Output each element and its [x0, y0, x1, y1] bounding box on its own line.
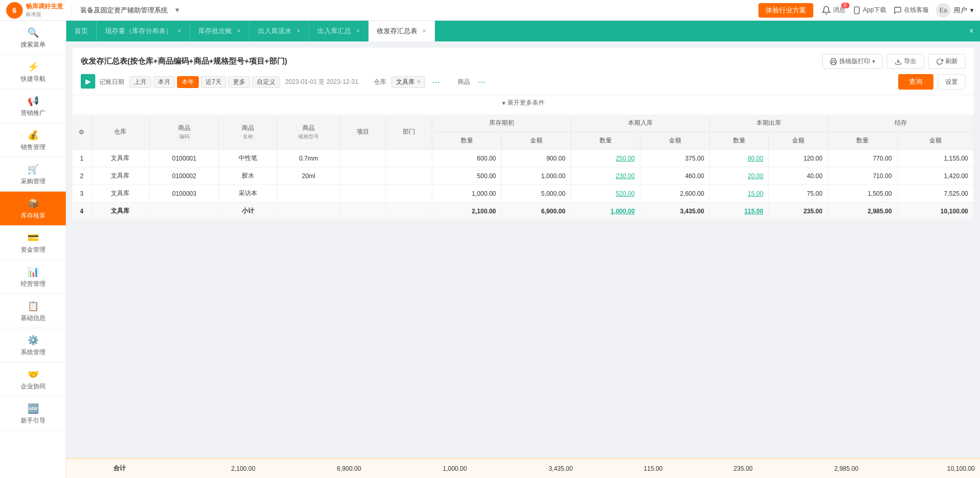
sales-icon: 💰 [27, 129, 39, 141]
basic-info-icon: 📋 [27, 300, 39, 312]
tab-close-summary-inout[interactable]: × [356, 27, 360, 35]
date-filter-label: 记账日期 [99, 78, 124, 86]
th-bal-qty: 数量 [828, 132, 897, 150]
inventory-icon: 📦 [27, 198, 39, 209]
sidebar-item-sales[interactable]: 💰 销售管理 [0, 123, 66, 157]
settings-btn[interactable]: 设置 [938, 74, 966, 90]
settings-gear-icon[interactable]: ⚙ [79, 128, 84, 136]
user-label: 用户 [954, 6, 967, 15]
sidebar-item-search[interactable]: 🔍 搜索菜单 [0, 21, 66, 55]
experience-btn[interactable]: 体验行业方案 [758, 3, 813, 18]
export-label: 导出 [904, 57, 916, 66]
enterprise-icon: 🤝 [27, 369, 39, 380]
user-avatar: Ea [936, 3, 950, 18]
main-card: 收发存汇总表(按仓库+商品编码+商品+规格型号+项目+部门) 拣镜版打印 ▾ 导… [72, 48, 974, 220]
sidebar-item-purchase[interactable]: 🛒 采购管理 [0, 157, 66, 192]
th-group-in: 本期入库 [571, 114, 710, 132]
export-btn[interactable]: 导出 [887, 54, 924, 69]
sidebar-item-inventory[interactable]: 📦 库存核算 [0, 192, 66, 226]
th-spec: 商品规格型号 [277, 114, 340, 150]
sidebar-item-basic-info[interactable]: 📋 基础信息 [0, 294, 66, 328]
date-curr-month[interactable]: 本月 [153, 76, 175, 88]
date-range-display: 2023-01-01 至 2023-12-31 [285, 78, 358, 86]
app-subtitle: 标准版 [26, 11, 63, 18]
date-prev-month[interactable]: 上月 [129, 76, 151, 88]
expand-conditions-btn[interactable]: ▾ 展开更多条件 [502, 98, 545, 107]
tab-home[interactable]: 首页 [66, 21, 97, 41]
th-bal-amt: 金额 [897, 132, 973, 150]
tab-recv-send[interactable]: 收发存汇总表 × [369, 21, 435, 41]
tab-batch[interactable]: 库存批次账 × [190, 21, 250, 41]
table-row: 2文具库0100002胶水20ml500.001,000.00230.00460… [72, 167, 974, 185]
finance-icon: 💳 [27, 232, 39, 243]
th-out-amt: 金额 [769, 132, 828, 150]
app-download-btn[interactable]: App下载 [853, 6, 886, 15]
footer-open-amt: 6,900.00 [260, 462, 366, 475]
footer-bal-amt: 10,100.00 [864, 462, 980, 475]
purchase-icon: 🛒 [27, 164, 39, 175]
print-btn[interactable]: 拣镜版打印 ▾ [822, 54, 883, 69]
page-title: 收发存汇总表(按仓库+商品编码+商品+规格型号+项目+部门) [81, 56, 287, 66]
tab-close-batch[interactable]: × [237, 27, 241, 35]
tab-close-recv-send[interactable]: × [422, 27, 426, 35]
warehouse-filter-tag[interactable]: 文具库 × [391, 76, 425, 88]
svg-rect-0 [854, 7, 859, 13]
sidebar-item-marketing[interactable]: 📢 营销推广 [0, 89, 66, 123]
app-logo-icon: 6 [6, 2, 23, 19]
sidebar-item-quick-nav[interactable]: ⚡ 快捷导航 [0, 55, 66, 89]
page-content: 收发存汇总表(按仓库+商品编码+商品+规格型号+项目+部门) 拣镜版打印 ▾ 导… [66, 41, 980, 458]
sidebar-item-enterprise[interactable]: 🤝 企业协同 [0, 363, 66, 397]
footer-out-amt: 235.00 [668, 462, 758, 475]
date-custom[interactable]: 自定义 [252, 76, 280, 88]
sidebar-item-finance[interactable]: 💳 资金管理 [0, 226, 66, 260]
tab-close-flow[interactable]: × [297, 27, 300, 35]
warehouse-dots-btn[interactable]: ··· [430, 77, 442, 88]
tab-stock-dist[interactable]: 现存量（库存分布表） × [97, 21, 190, 41]
th-open-qty: 数量 [432, 132, 502, 150]
data-table-wrapper: ⚙ 仓库 商品编码 商品名称 商品规格型号 项目 部门 库存期初 本期入库 [72, 114, 974, 220]
tab-close-all-btn[interactable]: × [963, 26, 980, 36]
tab-flow[interactable]: 出入库流水 × [250, 21, 309, 41]
sidebar-item-guide[interactable]: 🆕 新手引导 [0, 397, 66, 431]
th-dept: 部门 [386, 114, 432, 150]
footer-bal-qty: 2,985.00 [758, 462, 864, 475]
operation-icon: 📊 [27, 266, 39, 278]
guide-icon: 🆕 [27, 403, 39, 414]
th-code: 商品编码 [150, 114, 219, 150]
th-in-amt: 金额 [640, 132, 710, 150]
date-curr-year[interactable]: 本年 [177, 76, 199, 88]
table-row: 1文具库0100001中性笔0.7mm600.00900.00250.00375… [72, 150, 974, 167]
warehouse-remove-btn[interactable]: × [417, 78, 420, 85]
tab-summary-inout[interactable]: 出入库汇总 × [309, 21, 369, 41]
sidebar-item-operation[interactable]: 📊 经营管理 [0, 260, 66, 294]
notifications-btn[interactable]: 消息 6 [822, 6, 845, 15]
query-btn[interactable]: 查询 [898, 74, 933, 90]
totals-bar: 合计 2,100.00 6,900.00 1,000.00 3,435.00 1… [66, 458, 980, 478]
date-more[interactable]: 更多 [228, 76, 250, 88]
filter-toggle-btn[interactable]: ▶ [81, 74, 95, 89]
footer-in-amt: 3,435.00 [472, 462, 578, 475]
th-group-opening: 库存期初 [432, 114, 571, 132]
goods-dots-btn[interactable]: ··· [475, 77, 487, 88]
marketing-icon: 📢 [27, 95, 39, 107]
th-in-qty: 数量 [571, 132, 640, 150]
search-icon: 🔍 [27, 27, 39, 38]
sidebar: 🔍 搜索菜单 ⚡ 快捷导航 📢 营销推广 💰 销售管理 🛒 采购管理 📦 [0, 21, 66, 478]
system-title: 装备及固定资产辅助管理系统 [80, 6, 168, 15]
th-out-qty: 数量 [710, 132, 769, 150]
online-service-btn[interactable]: 在线客服 [894, 6, 929, 15]
app-name: 畅库调好生意 [26, 3, 63, 11]
refresh-label: 刷新 [945, 57, 958, 66]
user-menu[interactable]: Ea 用户 ▾ [936, 3, 974, 18]
warehouse-value: 文具库 [396, 78, 415, 86]
th-group-out: 本期出库 [710, 114, 828, 132]
version-dropdown[interactable]: ▼ [174, 6, 181, 14]
date-7days[interactable]: 近7天 [201, 76, 226, 88]
sidebar-item-system[interactable]: ⚙️ 系统管理 [0, 328, 66, 363]
table-row: 4文具库小计2,100.006,900.001,000.003,435.0011… [72, 202, 974, 220]
refresh-btn[interactable]: 刷新 [928, 54, 966, 69]
system-icon: ⚙️ [27, 335, 39, 346]
notification-badge: 6 [841, 3, 850, 8]
th-settings[interactable]: ⚙ [72, 114, 91, 150]
tab-close-stock-dist[interactable]: × [178, 27, 181, 35]
